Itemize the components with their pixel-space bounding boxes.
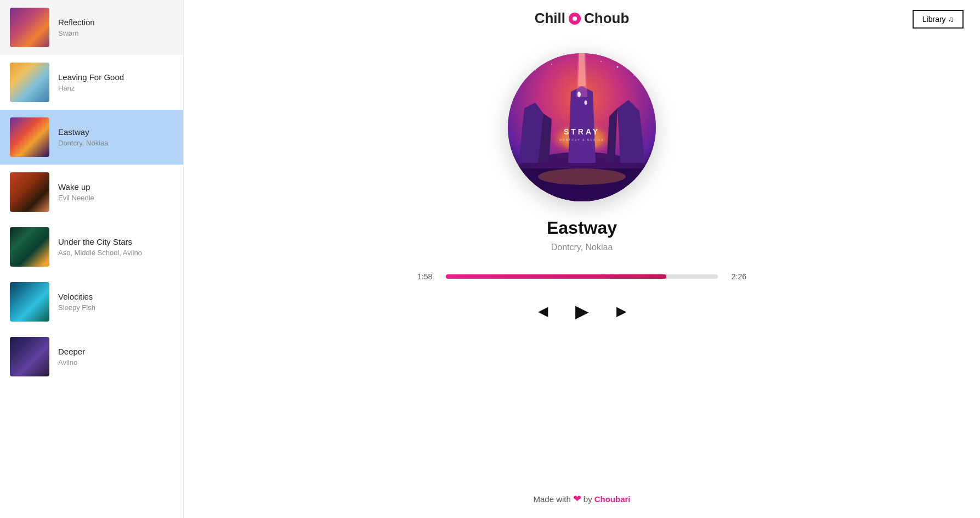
track-item-wakeup[interactable]: Wake upEvil Needle — [0, 165, 183, 219]
progress-bar[interactable] — [446, 274, 718, 279]
album-art-container: STRAY DONTCRY & NOKIAA — [508, 53, 656, 201]
progress-fill — [446, 274, 666, 279]
sidebar: ReflectionSwørnLeaving For GoodHanzEastw… — [0, 0, 184, 518]
track-item-reflection[interactable]: ReflectionSwørn — [0, 0, 183, 55]
track-artist-wakeup: Evil Needle — [58, 194, 173, 202]
track-item-deeper[interactable]: DeeperAviino — [0, 329, 183, 384]
track-info-velocities: VelocitiesSleepy Fish — [58, 292, 173, 312]
track-artist-reflection: Swørn — [58, 29, 173, 37]
logo-text-chill: Chill — [535, 10, 565, 27]
current-time: 1:58 — [417, 272, 437, 281]
track-thumb-citystar — [10, 227, 49, 267]
progress-container: 1:58 2:26 — [417, 272, 746, 281]
track-title-leaving: Leaving For Good — [58, 72, 173, 82]
track-item-eastway[interactable]: EastwayDontcry, Nokiaa — [0, 110, 183, 165]
track-title-reflection: Reflection — [58, 18, 173, 27]
track-info-eastway: EastwayDontcry, Nokiaa — [58, 127, 173, 147]
track-thumb-eastway — [10, 117, 49, 157]
track-item-leaving[interactable]: Leaving For GoodHanz — [0, 55, 183, 110]
track-thumb-wakeup — [10, 172, 49, 212]
track-thumb-deeper — [10, 337, 49, 376]
track-thumb-velocities — [10, 282, 49, 322]
playback-controls: ◀ ▶ ▶ — [538, 301, 626, 322]
footer-by: by — [584, 494, 592, 504]
footer-text: Made with — [533, 494, 570, 504]
track-info-deeper: DeeperAviino — [58, 347, 173, 367]
now-playing-title: Eastway — [547, 218, 617, 238]
svg-point-7 — [535, 69, 536, 71]
footer-author-link[interactable]: Choubari — [594, 494, 631, 504]
svg-point-5 — [577, 92, 581, 97]
svg-point-11 — [601, 61, 602, 62]
track-title-eastway: Eastway — [58, 127, 173, 137]
app-logo: Chill Chill Choub Choub — [535, 10, 630, 27]
total-time: 2:26 — [727, 272, 746, 281]
track-artist-eastway: Dontcry, Nokiaa — [58, 139, 173, 147]
heart-icon: ❤ — [573, 493, 581, 505]
track-list: ReflectionSwørnLeaving For GoodHanzEastw… — [0, 0, 183, 384]
svg-point-8 — [551, 64, 552, 65]
track-item-velocities[interactable]: VelocitiesSleepy Fish — [0, 274, 183, 329]
svg-point-6 — [585, 100, 587, 105]
track-item-citystar[interactable]: Under the City StarsAso, Middle School, … — [0, 219, 183, 274]
track-artist-deeper: Aviino — [58, 358, 173, 367]
track-thumb-reflection — [10, 8, 49, 47]
svg-point-10 — [633, 75, 635, 76]
previous-button[interactable]: ◀ — [538, 303, 548, 319]
track-title-velocities: Velocities — [58, 292, 173, 301]
svg-point-9 — [617, 66, 619, 68]
main-content: Chill Chill Choub Choub Library ♫ — [184, 0, 980, 518]
logo-dot-icon — [569, 13, 581, 25]
now-playing-artist: Dontcry, Nokiaa — [551, 243, 613, 252]
track-info-reflection: ReflectionSwørn — [58, 18, 173, 37]
svg-text:DONTCRY & NOKIAA: DONTCRY & NOKIAA — [559, 138, 604, 142]
track-artist-leaving: Hanz — [58, 84, 173, 92]
next-button[interactable]: ▶ — [616, 303, 626, 319]
track-title-deeper: Deeper — [58, 347, 173, 356]
footer: Made with ❤ by Choubari — [533, 493, 630, 505]
track-title-wakeup: Wake up — [58, 182, 173, 192]
track-info-citystar: Under the City StarsAso, Middle School, … — [58, 237, 173, 257]
track-artist-velocities: Sleepy Fish — [58, 303, 173, 312]
svg-point-4 — [538, 168, 626, 185]
track-info-leaving: Leaving For GoodHanz — [58, 72, 173, 92]
album-art: STRAY DONTCRY & NOKIAA — [508, 53, 656, 201]
header: Chill Chill Choub Choub Library ♫ — [184, 0, 980, 37]
track-artist-citystar: Aso, Middle School, Aviino — [58, 249, 173, 257]
library-button[interactable]: Library ♫ — [913, 10, 964, 29]
track-thumb-leaving — [10, 63, 49, 102]
track-title-citystar: Under the City Stars — [58, 237, 173, 246]
svg-text:STRAY: STRAY — [564, 127, 600, 136]
play-pause-button[interactable]: ▶ — [575, 301, 589, 322]
track-info-wakeup: Wake upEvil Needle — [58, 182, 173, 202]
logo-text-choub2: Choub — [584, 10, 629, 27]
